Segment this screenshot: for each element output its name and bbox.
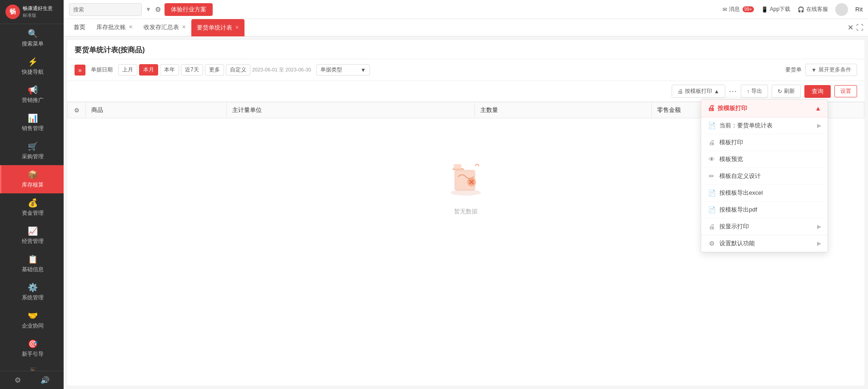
trial-btn[interactable]: 体验行业方案 xyxy=(165,3,213,16)
print-template-btn[interactable]: 🖨 按模板打印 ▲ xyxy=(672,85,725,98)
avatar[interactable] xyxy=(835,3,848,16)
date-btn-more[interactable]: 更多 xyxy=(205,64,224,76)
sidebar-item-search[interactable]: 🔍 搜索菜单 xyxy=(0,24,64,52)
col-product: 商品 xyxy=(86,102,227,118)
tab-inventory-batch[interactable]: 库存批次账 ✕ xyxy=(91,19,138,36)
tab-home[interactable]: 首页 xyxy=(68,19,91,36)
sidebar-item-system[interactable]: ⚙️ 系统管理 xyxy=(0,278,64,306)
gear-icon[interactable]: ⚙ xyxy=(155,5,161,14)
section-arrow-icon: ▶ xyxy=(817,223,821,230)
expand-label: 展开更多条件 xyxy=(818,66,851,74)
sidebar-item-label: 库存核算 xyxy=(22,181,44,189)
sidebar-item-operation[interactable]: 📈 经营管理 xyxy=(0,222,64,250)
query-btn[interactable]: 查询 xyxy=(804,85,831,98)
sidebar-item-finance[interactable]: 💰 资金管理 xyxy=(0,193,64,222)
dropdown-close-icon[interactable]: ▲ xyxy=(815,105,821,112)
dropdown-item-template-print[interactable]: 🖨 模板打印 xyxy=(701,134,828,151)
sidebar-item-marketing[interactable]: 📢 营销推广 xyxy=(0,81,64,109)
cooperation-icon: 🤝 xyxy=(28,311,38,321)
app-download-item[interactable]: 📱 App下载 xyxy=(761,5,790,13)
tab-close-order-stats[interactable]: ✕ xyxy=(235,25,239,30)
message-item[interactable]: ✉ 消息 99+ xyxy=(723,5,754,13)
expand-more-btn[interactable]: ▼ 展开更多条件 xyxy=(805,64,857,76)
sidebar-item-label: 企业协同 xyxy=(22,322,44,330)
print-template-label: 按模板打印 xyxy=(685,87,712,95)
basic-icon: 📋 xyxy=(28,254,38,264)
dropdown-item-label: 模板自定义设计 xyxy=(719,172,761,180)
system-icon: ⚙️ xyxy=(28,283,38,293)
sidebar-item-quick-nav[interactable]: ⚡ 快捷导航 xyxy=(0,52,64,81)
export-btn[interactable]: ↑ 导出 xyxy=(741,85,768,98)
filter-expand-button[interactable]: » xyxy=(75,65,85,76)
date-btn-current-year[interactable]: 本年 xyxy=(160,64,179,76)
tab-order-stats[interactable]: 要货单统计表 ✕ xyxy=(191,19,244,36)
more-options-icon[interactable]: ··· xyxy=(729,86,737,96)
message-icon: ✉ xyxy=(723,6,727,13)
date-btn-prev-month[interactable]: 上月 xyxy=(118,64,137,76)
col-unit: 主计量单位 xyxy=(226,102,475,118)
sidebar-item-purchase[interactable]: 🛒 采购管理 xyxy=(0,137,64,165)
sidebar-item-guide[interactable]: 🎯 新手引导 xyxy=(0,334,64,363)
sidebar-logo-subtitle: 标准版 xyxy=(23,12,53,19)
sound-icon[interactable]: 🔊 xyxy=(40,376,50,384)
dropdown-item-label: 按模板导出excel xyxy=(719,189,763,197)
close-window-icon[interactable]: ✕ xyxy=(848,23,853,32)
sidebar-item-inventory[interactable]: 📦 库存核算 xyxy=(0,165,64,193)
dropdown-section-label: 设置默认功能 xyxy=(719,239,755,248)
dropdown-arrow-icon[interactable]: ▼ xyxy=(145,6,151,13)
sidebar-bottom: ⚙ 🔊 xyxy=(0,371,64,389)
tab-inventory-batch-label: 库存批次账 xyxy=(96,23,126,31)
search-input[interactable] xyxy=(69,3,142,16)
preview-icon: 👁 xyxy=(708,156,716,163)
dropdown-item-template-excel[interactable]: 📄 按模板导出excel xyxy=(701,185,828,202)
sales-icon: 📊 xyxy=(28,113,38,123)
topbar: ▼ ⚙ 体验行业方案 ✉ 消息 99+ 📱 App下载 🎧 在线客服 Rit xyxy=(64,0,868,19)
sidebar-item-label: 新手引导 xyxy=(22,350,44,358)
date-btn-current-month[interactable]: 本月 xyxy=(139,64,158,76)
user-name: Rit xyxy=(855,6,863,13)
current-arrow-icon: ▶ xyxy=(817,122,821,129)
settings-btn[interactable]: 设置 xyxy=(834,85,857,97)
maximize-icon[interactable]: ⛶ xyxy=(856,24,863,32)
print-arrow-icon: ▲ xyxy=(714,88,719,95)
order-type-select[interactable]: 单据类型 ▼ xyxy=(316,64,370,76)
col-quantity: 主数量 xyxy=(475,102,652,118)
page-title: 要货单统计表(按商品) xyxy=(75,46,145,54)
dropdown-item-template-design[interactable]: ✏ 模板自定义设计 xyxy=(701,168,828,185)
sidebar-item-label: 采购管理 xyxy=(22,153,44,161)
main-content: ▼ ⚙ 体验行业方案 ✉ 消息 99+ 📱 App下载 🎧 在线客服 Rit 首… xyxy=(64,0,868,389)
dropdown-item-template-preview[interactable]: 👁 模板预览 xyxy=(701,151,828,168)
sidebar-item-label: 系统管理 xyxy=(22,294,44,302)
sidebar-item-app[interactable]: 📱 应用中心 xyxy=(0,363,64,371)
sidebar-logo-icon: 畅 xyxy=(5,5,20,19)
refresh-btn[interactable]: ↻ 刷新 xyxy=(772,85,801,98)
dropdown-current-item[interactable]: 📄 当前：要货单统计表 ▶ xyxy=(701,117,828,134)
sidebar-item-basic[interactable]: 📋 基础信息 xyxy=(0,250,64,278)
refresh-label: 刷新 xyxy=(784,87,795,95)
dropdown-title: 按模板打印 xyxy=(718,104,747,112)
date-range-display: 2023-06-01 至 2023-06-30 xyxy=(252,66,311,73)
sidebar-item-cooperation[interactable]: 🤝 企业协同 xyxy=(0,306,64,334)
settings-bottom-icon[interactable]: ⚙ xyxy=(15,376,21,384)
tab-receipt-summary[interactable]: 收发存汇总表 ✕ xyxy=(138,19,191,36)
tab-close-inventory-batch[interactable]: ✕ xyxy=(129,24,133,30)
date-btn-7days[interactable]: 近7天 xyxy=(181,64,203,76)
gear-col-icon[interactable]: ⚙ xyxy=(74,107,80,114)
page-header: 要货单统计表(按商品) xyxy=(67,40,864,59)
app-icon: 📱 xyxy=(28,367,38,371)
inventory-icon: 📦 xyxy=(28,170,38,180)
sidebar-item-sales[interactable]: 📊 销售管理 xyxy=(0,109,64,137)
tab-receipt-summary-label: 收发存汇总表 xyxy=(144,23,179,31)
dropdown-item-label: 按模板导出pdf xyxy=(719,206,757,214)
col-gear[interactable]: ⚙ xyxy=(68,102,86,118)
refresh-icon: ↻ xyxy=(778,88,782,95)
sidebar-item-label: 销售管理 xyxy=(22,125,44,132)
display-print-icon: 🖨 xyxy=(708,223,716,230)
dropdown-section-default-setting[interactable]: ⚙ 设置默认功能 ▶ xyxy=(701,235,828,252)
dropdown-section-display-print[interactable]: 🖨 按显示打印 ▶ xyxy=(701,218,828,235)
date-btn-custom[interactable]: 自定义 xyxy=(226,64,250,76)
online-service-item[interactable]: 🎧 在线客服 xyxy=(798,5,828,13)
dropdown-item-template-pdf[interactable]: 📄 按模板导出pdf xyxy=(701,202,828,218)
tab-close-receipt-summary[interactable]: ✕ xyxy=(182,24,186,30)
page-content: 要货单统计表(按商品) » 单据日期 上月 本月 本年 近7天 更多 自定义 2… xyxy=(67,40,864,385)
